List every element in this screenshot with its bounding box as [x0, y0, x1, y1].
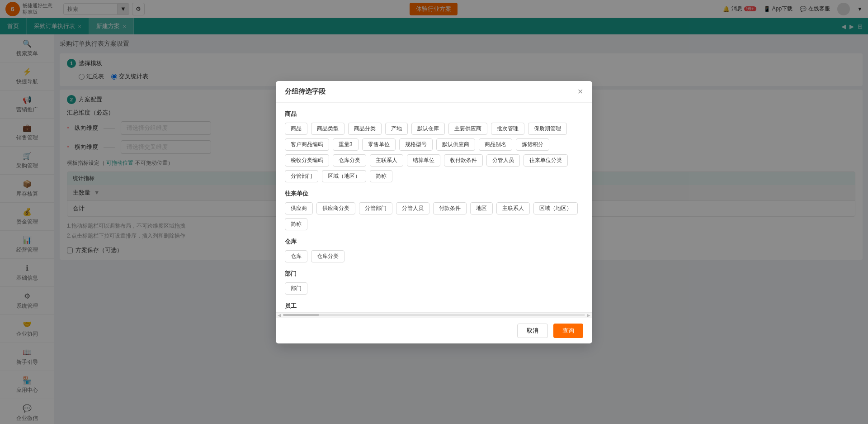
field-tag[interactable]: 默认仓库	[411, 123, 445, 135]
field-tag[interactable]: 产地	[385, 123, 408, 135]
scrollbar-thumb[interactable]	[283, 314, 319, 316]
field-section-title: 部门	[285, 270, 583, 278]
field-tag[interactable]: 区域（地区）	[533, 202, 578, 214]
field-tag[interactable]: 供应商	[285, 202, 313, 214]
field-tag[interactable]: 税收分类编码	[285, 154, 329, 167]
field-section-仓库: 仓库仓库仓库分类	[285, 238, 583, 262]
field-tag[interactable]: 规格型号	[399, 138, 433, 151]
confirm-button[interactable]: 查询	[553, 324, 583, 338]
field-section-title: 往来单位	[285, 190, 583, 198]
field-tag[interactable]: 客户商品编码	[285, 138, 329, 151]
field-section-title: 仓库	[285, 238, 583, 246]
field-tag[interactable]: 仓库分类	[311, 250, 344, 262]
field-tag[interactable]: 结算单位	[407, 154, 440, 167]
field-tag[interactable]: 简称	[370, 170, 392, 182]
field-tag[interactable]: 批次管理	[491, 123, 524, 135]
field-tag[interactable]: 商品类型	[311, 123, 344, 135]
field-tags: 部门	[285, 282, 583, 295]
dialog-close-button[interactable]: ✕	[577, 87, 583, 96]
dialog-title: 分组待选字段	[285, 87, 326, 96]
field-tag[interactable]: 往来单位分类	[524, 154, 568, 167]
field-tag[interactable]: 分管部门	[359, 202, 392, 214]
field-tag[interactable]: 炼货积分	[516, 138, 549, 151]
field-tag[interactable]: 保质期管理	[528, 123, 567, 135]
field-tag[interactable]: 重量3	[333, 138, 359, 151]
dialog: 分组待选字段 ✕ 商品商品商品类型商品分类产地默认仓库主要供应商批次管理保质期管…	[276, 81, 592, 343]
field-tags: 商品商品类型商品分类产地默认仓库主要供应商批次管理保质期管理客户商品编码重量3零…	[285, 123, 583, 182]
dialog-body: 商品商品商品类型商品分类产地默认仓库主要供应商批次管理保质期管理客户商品编码重量…	[276, 103, 592, 312]
field-tag[interactable]: 分管人员	[486, 154, 520, 167]
field-tag[interactable]: 简称	[285, 218, 307, 230]
dialog-footer: 取消 查询	[276, 318, 592, 343]
dialog-header: 分组待选字段 ✕	[276, 81, 592, 103]
dialog-horizontal-scrollbar[interactable]: ◀ ▶	[276, 312, 592, 318]
field-tags: 仓库仓库分类	[285, 250, 583, 262]
field-tag[interactable]: 零售单位	[362, 138, 396, 151]
field-tag[interactable]: 主联系人	[496, 202, 530, 214]
cancel-button[interactable]: 取消	[517, 324, 548, 338]
field-tag[interactable]: 商品	[285, 123, 307, 135]
field-tag[interactable]: 商品别名	[479, 138, 512, 151]
field-section-商品: 商品商品商品类型商品分类产地默认仓库主要供应商批次管理保质期管理客户商品编码重量…	[285, 110, 583, 182]
field-tag[interactable]: 主要供应商	[448, 123, 487, 135]
field-section-title: 商品	[285, 110, 583, 118]
field-tag[interactable]: 默认供应商	[436, 138, 475, 151]
field-tag[interactable]: 地区	[470, 202, 493, 214]
field-tag[interactable]: 区域（地区）	[322, 170, 366, 182]
field-tag[interactable]: 分管部门	[285, 170, 318, 182]
field-tag[interactable]: 仓库分类	[333, 154, 366, 167]
dialog-overlay: 分组待选字段 ✕ 商品商品商品类型商品分类产地默认仓库主要供应商批次管理保质期管…	[0, 0, 868, 424]
field-section-title: 员工	[285, 302, 583, 310]
field-section-部门: 部门部门	[285, 270, 583, 295]
field-tags: 供应商供应商分类分管部门分管人员付款条件地区主联系人区域（地区）简称	[285, 202, 583, 230]
field-tag[interactable]: 付款条件	[433, 202, 467, 214]
field-tag[interactable]: 主联系人	[370, 154, 403, 167]
field-tag[interactable]: 供应商分类	[316, 202, 355, 214]
field-tag[interactable]: 商品分类	[348, 123, 382, 135]
field-tag[interactable]: 部门	[285, 282, 307, 295]
field-section-往来单位: 往来单位供应商供应商分类分管部门分管人员付款条件地区主联系人区域（地区）简称	[285, 190, 583, 230]
field-tag[interactable]: 仓库	[285, 250, 307, 262]
field-section-员工: 员工业务员	[285, 302, 583, 312]
field-tag[interactable]: 分管人员	[396, 202, 429, 214]
scrollbar-track	[283, 314, 585, 316]
field-tag[interactable]: 收付款条件	[444, 154, 483, 167]
